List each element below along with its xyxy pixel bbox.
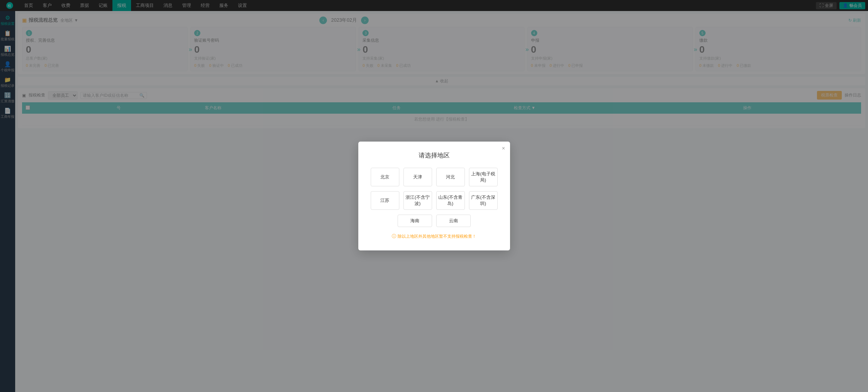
region-grid-row3: 海南 云南 bbox=[371, 215, 498, 227]
region-btn-hebei[interactable]: 河北 bbox=[436, 168, 465, 186]
region-btn-yunnan[interactable]: 云南 bbox=[436, 215, 471, 227]
region-btn-zhejiang[interactable]: 浙江(不含宁波) bbox=[403, 191, 432, 210]
modal-close-button[interactable]: × bbox=[502, 146, 505, 151]
modal-overlay[interactable]: × 请选择地区 北京 天津 河北 上海(电子税局) 江苏 浙江(不含宁波) 山东… bbox=[0, 0, 868, 392]
region-grid-row2: 江苏 浙江(不含宁波) 山东(不含青岛) 广东(不含深圳) bbox=[371, 191, 498, 210]
modal-warning: ⓘ 除以上地区外其他地区暂不支持报税检查！ bbox=[371, 233, 498, 239]
region-btn-shandong[interactable]: 山东(不含青岛) bbox=[436, 191, 465, 210]
warning-icon: ⓘ bbox=[392, 233, 396, 239]
region-btn-jiangsu[interactable]: 江苏 bbox=[371, 191, 399, 210]
region-btn-tianjin[interactable]: 天津 bbox=[403, 168, 432, 186]
region-btn-beijing[interactable]: 北京 bbox=[371, 168, 399, 186]
modal-title: 请选择地区 bbox=[371, 151, 498, 159]
warning-text: 除以上地区外其他地区暂不支持报税检查！ bbox=[398, 234, 476, 239]
region-btn-shanghai[interactable]: 上海(电子税局) bbox=[469, 168, 498, 186]
region-grid-row1: 北京 天津 河北 上海(电子税局) bbox=[371, 168, 498, 186]
region-btn-hainan[interactable]: 海南 bbox=[398, 215, 432, 227]
region-select-modal: × 请选择地区 北京 天津 河北 上海(电子税局) 江苏 浙江(不含宁波) 山东… bbox=[358, 142, 510, 250]
region-btn-guangdong[interactable]: 广东(不含深圳) bbox=[469, 191, 498, 210]
